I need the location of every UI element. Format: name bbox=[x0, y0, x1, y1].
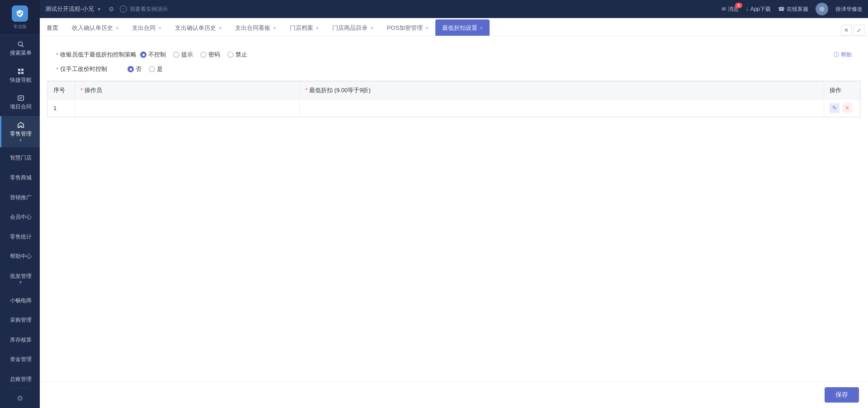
tab-home-label: 首页 bbox=[47, 24, 58, 32]
settings-icon[interactable]: ⚙ bbox=[17, 394, 23, 403]
sidebar-item-retail-mall-label: 零售商城 bbox=[10, 174, 32, 182]
radio-password[interactable]: 密码 bbox=[200, 51, 220, 59]
sidebar-item-marketing[interactable]: 营销推广 bbox=[0, 187, 40, 207]
tab-payment-contract[interactable]: 支出合同 × bbox=[125, 19, 168, 36]
svg-rect-2 bbox=[18, 69, 20, 71]
radio-manual-yes[interactable]: 是 bbox=[149, 65, 163, 73]
sidebar-item-ledger[interactable]: 总账管理 bbox=[0, 369, 40, 388]
demo-label: 我要看实例演示 bbox=[130, 5, 168, 13]
discount-strategy-options: 不控制 提示 密码 禁止 bbox=[140, 51, 247, 59]
discount-strategy-row: * 收银员低于最低折扣控制策略 不控制 提示 bbox=[56, 51, 852, 59]
table-section: 序号 * 操作员 * 最低折扣 (9.00等于9折) bbox=[47, 81, 861, 117]
tab-min-discount-close[interactable]: × bbox=[480, 25, 483, 31]
tab-payment-board-close[interactable]: × bbox=[273, 25, 276, 31]
sidebar-item-retail[interactable]: 零售管理 ▲ bbox=[0, 116, 40, 148]
save-button[interactable]: 保存 bbox=[825, 387, 859, 403]
row-delete-button[interactable]: ✕ bbox=[842, 103, 852, 113]
radio-remind-circle bbox=[173, 52, 179, 58]
svg-rect-6 bbox=[18, 96, 24, 100]
tabbar: 首页 收入确认单历史 × 支出合同 × 支出确认单历史 × 支出合同看板 × 门… bbox=[40, 18, 868, 36]
tab-home[interactable]: 首页 bbox=[40, 19, 65, 36]
cell-min-discount bbox=[300, 99, 824, 117]
sidebar-item-quicknav[interactable]: 快捷导航 bbox=[0, 62, 40, 89]
message-button[interactable]: ✉ 消息 8 bbox=[722, 5, 739, 13]
svg-rect-3 bbox=[21, 69, 24, 71]
sidebar-item-purchase[interactable]: 采购管理 bbox=[0, 310, 40, 329]
sidebar-item-retail-stats-label: 零售统计 bbox=[10, 234, 32, 241]
username[interactable]: 徐泽华修改 bbox=[835, 5, 863, 13]
sidebar-item-project-label: 项目合同 bbox=[10, 103, 32, 111]
sidebar-logo-text: 专业版 bbox=[13, 23, 27, 29]
sidebar-item-search-label: 搜索菜单 bbox=[10, 50, 32, 57]
radio-forbid[interactable]: 禁止 bbox=[227, 51, 247, 59]
topbar: 测试分开流程-小兄 ▼ ⚙ ○ 我要看实例演示 ✉ 消息 8 ↓ App下载 ☎… bbox=[40, 0, 868, 18]
col-header-min-discount: * 最低折扣 (9.00等于9折) bbox=[300, 82, 824, 99]
tab-payment-contract-close[interactable]: × bbox=[158, 25, 161, 31]
message-icon: ✉ bbox=[722, 6, 726, 12]
tab-payment-history-close[interactable]: × bbox=[219, 25, 222, 31]
radio-remind[interactable]: 提示 bbox=[173, 51, 193, 59]
project-selector[interactable]: 测试分开流程-小兄 ▼ bbox=[45, 5, 101, 13]
tab-income-history[interactable]: 收入确认单历史 × bbox=[65, 19, 125, 36]
help-circle-icon: ⓘ bbox=[834, 51, 839, 59]
customer-service-label: 在线客服 bbox=[787, 5, 808, 13]
topbar-settings-icon[interactable]: ⚙ bbox=[108, 5, 114, 13]
sidebar-item-help[interactable]: 帮助中心 bbox=[0, 246, 40, 266]
sidebar-item-retail-label: 零售管理 bbox=[10, 131, 32, 138]
download-icon: ↓ bbox=[746, 6, 749, 12]
wholesale-expand-icon: ▼ bbox=[19, 280, 23, 285]
radio-no-control-circle bbox=[140, 52, 146, 58]
sidebar-item-finance[interactable]: 资金管理 bbox=[0, 349, 40, 369]
radio-manual-no[interactable]: 否 bbox=[127, 65, 142, 73]
app-download-button[interactable]: ↓ App下载 bbox=[746, 5, 771, 13]
app-download-label: App下载 bbox=[750, 5, 771, 13]
tab-store-product[interactable]: 门店商品目录 × bbox=[326, 19, 380, 36]
tab-payment-board[interactable]: 支出合同看板 × bbox=[228, 19, 283, 36]
discount-strategy-label: * 收银员低于最低折扣控制策略 bbox=[56, 51, 137, 59]
radio-password-circle bbox=[200, 52, 207, 58]
row-edit-button[interactable]: ✎ bbox=[830, 103, 840, 113]
radio-no-control[interactable]: 不控制 bbox=[140, 51, 166, 59]
tab-min-discount-label: 最低折扣设置 bbox=[442, 24, 477, 32]
sidebar-item-ecommerce[interactable]: 小畅电商 bbox=[0, 290, 40, 310]
content: * 收银员低于最低折扣控制策略 不控制 提示 bbox=[40, 36, 868, 408]
tab-expand-button[interactable]: ⤢ bbox=[854, 25, 864, 36]
sidebar-menu: 搜索菜单 快捷导航 项目合同 零售管理 ▲ 智慧门店 零售商城 营销推广 会员中… bbox=[0, 35, 40, 388]
tab-close-button[interactable]: ✕ bbox=[841, 25, 852, 36]
tab-pos-password[interactable]: POS加密管理 × bbox=[380, 19, 435, 36]
sidebar-item-help-label: 帮助中心 bbox=[10, 253, 32, 260]
tab-income-history-close[interactable]: × bbox=[116, 25, 118, 31]
col-header-action: 操作 bbox=[824, 82, 860, 99]
svg-rect-4 bbox=[18, 72, 20, 74]
row-action-buttons: ✎ ✕ bbox=[830, 103, 854, 113]
sidebar-item-search[interactable]: 搜索菜单 bbox=[0, 35, 40, 62]
demo-button[interactable]: ○ 我要看实例演示 bbox=[120, 5, 168, 13]
svg-point-0 bbox=[18, 42, 22, 46]
customer-service-button[interactable]: ☎ 在线客服 bbox=[778, 5, 808, 13]
manual-price-options: 否 是 bbox=[127, 65, 163, 73]
topbar-right: ✉ 消息 8 ↓ App下载 ☎ 在线客服 徐 徐泽华修改 bbox=[722, 3, 863, 15]
tab-pos-password-label: POS加密管理 bbox=[387, 24, 423, 32]
sidebar-item-marketing-label: 营销推广 bbox=[10, 194, 32, 202]
tab-store-archive[interactable]: 门店档案 × bbox=[283, 19, 326, 36]
table-scroll[interactable]: 序号 * 操作员 * 最低折扣 (9.00等于9折) bbox=[47, 81, 861, 117]
cell-action: ✎ ✕ bbox=[824, 99, 860, 117]
sidebar-item-wholesale[interactable]: 批发管理 ▼ bbox=[0, 266, 40, 290]
sidebar-item-smart-store[interactable]: 智慧门店 bbox=[0, 147, 40, 167]
tab-min-discount[interactable]: 最低折扣设置 × bbox=[435, 19, 490, 36]
tab-store-product-close[interactable]: × bbox=[370, 25, 373, 31]
sidebar-item-retail-stats[interactable]: 零售统计 bbox=[0, 226, 40, 246]
radio-forbid-circle bbox=[227, 52, 234, 58]
page-footer: 保存 bbox=[40, 381, 868, 408]
help-link[interactable]: ⓘ 帮助 bbox=[834, 51, 852, 59]
tab-payment-history[interactable]: 支出确认单历史 × bbox=[168, 19, 228, 36]
sidebar-item-ecommerce-label: 小畅电商 bbox=[10, 297, 32, 305]
tab-pos-password-close[interactable]: × bbox=[425, 25, 428, 31]
sidebar-item-retail-mall[interactable]: 零售商城 bbox=[0, 167, 40, 187]
radio-manual-yes-circle bbox=[149, 66, 155, 72]
sidebar-item-project[interactable]: 项目合同 bbox=[0, 89, 40, 116]
sidebar-item-member[interactable]: 会员中心 bbox=[0, 206, 40, 226]
sidebar-item-inventory[interactable]: 库存核算 bbox=[0, 329, 40, 349]
col-header-seq: 序号 bbox=[48, 82, 75, 99]
tab-store-archive-close[interactable]: × bbox=[316, 25, 319, 31]
